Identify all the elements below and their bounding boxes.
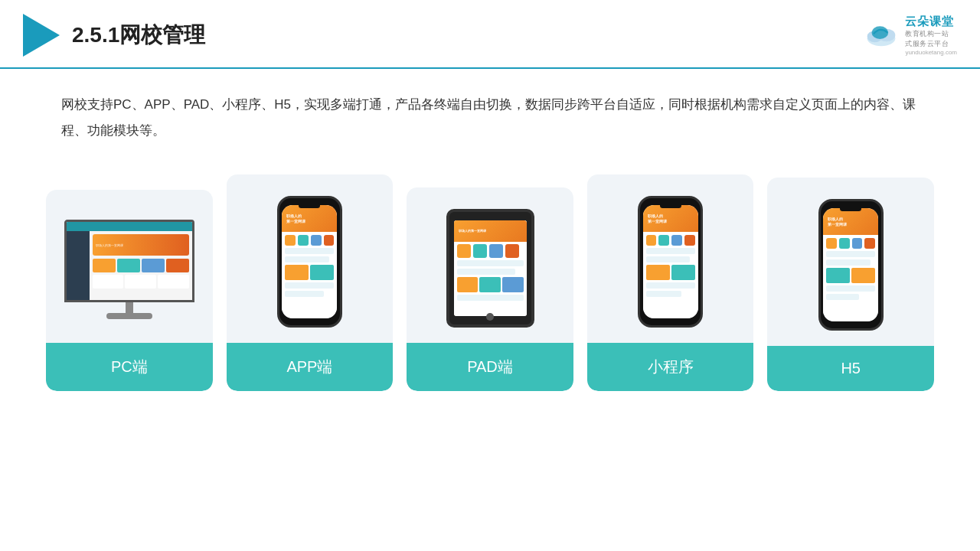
brand-logo: 云朵课堂 教育机构一站 式服务云平台 yunduoketang.com — [862, 15, 957, 56]
phone-app-icon: 职场人的第一堂网课 — [277, 196, 342, 328]
phone-h5-icon: 职场人的第一堂网课 — [818, 199, 884, 331]
card-h5-image: 职场人的第一堂网课 — [767, 178, 934, 346]
cards-container: 职场人的第一堂网课 — [0, 152, 980, 414]
header: 2.5.1网校管理 云朵课堂 教育机构一站 式服务云平台 yunduoketan… — [0, 0, 980, 69]
phone-h5-screen: 职场人的第一堂网课 — [823, 208, 878, 321]
description-text: 网校支持PC、APP、PAD、小程序、H5，实现多端打通，产品各终端自由切换，数… — [0, 69, 980, 152]
brand-text: 云朵课堂 教育机构一站 式服务云平台 yunduoketang.com — [905, 15, 957, 56]
header-left: 2.5.1网校管理 — [23, 14, 205, 57]
card-pad-image: 职场人的第一堂网课 — [407, 187, 573, 343]
logo-triangle-icon — [23, 14, 60, 57]
phone-app-screen: 职场人的第一堂网课 — [282, 205, 337, 318]
card-h5-label: H5 — [767, 346, 934, 391]
brand-name: 云朵课堂 — [905, 15, 954, 29]
card-pc-label: PC端 — [46, 343, 213, 391]
brand-url: yunduoketang.com — [905, 49, 957, 56]
cloud-icon — [862, 22, 900, 48]
pc-screen-content: 职场人的第一堂网课 — [67, 222, 192, 300]
card-pad: 职场人的第一堂网课 — [407, 187, 573, 391]
monitor-screen: 职场人的第一堂网课 — [64, 220, 194, 302]
page-title: 2.5.1网校管理 — [72, 21, 205, 50]
monitor-icon: 职场人的第一堂网课 — [64, 220, 194, 319]
card-app: 职场人的第一堂网课 — [227, 174, 394, 391]
tablet-screen: 职场人的第一堂网课 — [454, 220, 527, 316]
card-pc: 职场人的第一堂网课 — [46, 190, 213, 391]
card-pad-label: PAD端 — [407, 343, 573, 391]
phone-mini-screen: 职场人的第一堂网课 — [643, 205, 698, 318]
card-h5: 职场人的第一堂网课 — [767, 178, 934, 391]
card-mini: 职场人的第一堂网课 — [587, 174, 754, 391]
header-right: 云朵课堂 教育机构一站 式服务云平台 yunduoketang.com — [862, 15, 957, 56]
tablet-icon: 职场人的第一堂网课 — [446, 209, 534, 328]
card-pc-image: 职场人的第一堂网课 — [46, 190, 213, 343]
card-mini-label: 小程序 — [587, 343, 754, 391]
card-app-label: APP端 — [227, 343, 394, 391]
card-mini-image: 职场人的第一堂网课 — [587, 174, 754, 343]
brand-slogan: 教育机构一站 式服务云平台 — [905, 29, 949, 49]
card-app-image: 职场人的第一堂网课 — [227, 174, 394, 343]
phone-mini-icon: 职场人的第一堂网课 — [638, 196, 703, 328]
